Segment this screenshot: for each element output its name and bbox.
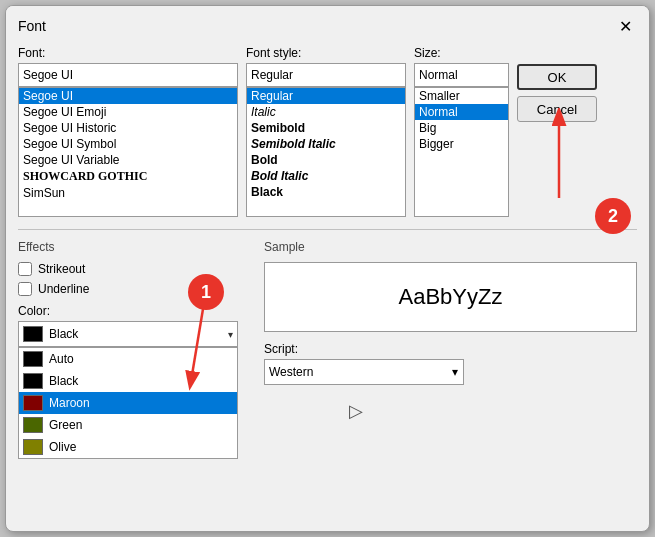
style-list[interactable]: Regular Italic Semibold Semibold Italic … bbox=[246, 87, 406, 217]
list-item[interactable]: Segoe UI bbox=[19, 88, 237, 104]
list-item[interactable]: Semibold bbox=[247, 120, 405, 136]
color-item-green[interactable]: Green bbox=[19, 414, 237, 436]
list-item[interactable]: Semibold Italic bbox=[247, 136, 405, 152]
color-item-black[interactable]: Black bbox=[19, 370, 237, 392]
style-label: Font style: bbox=[246, 46, 406, 60]
font-label: Font: bbox=[18, 46, 238, 60]
list-item[interactable]: Segoe UI Emoji bbox=[19, 104, 237, 120]
close-button[interactable]: ✕ bbox=[613, 14, 637, 38]
list-item[interactable]: Bold Italic bbox=[247, 168, 405, 184]
list-item[interactable]: Italic bbox=[247, 104, 405, 120]
sample-column: Sample AaBbYyZz Script: Western Central … bbox=[264, 240, 637, 425]
list-item[interactable]: Normal bbox=[415, 104, 508, 120]
list-item[interactable]: Segoe UI Variable bbox=[19, 152, 237, 168]
color-item-label: Auto bbox=[49, 352, 74, 366]
color-item-auto[interactable]: Auto bbox=[19, 348, 237, 370]
list-item[interactable]: SHOWCARD GOTHIC bbox=[19, 168, 237, 185]
callout-2: 2 bbox=[595, 198, 631, 234]
list-item[interactable]: Black bbox=[247, 184, 405, 200]
color-swatch-olive bbox=[23, 439, 43, 455]
title-bar: Font ✕ bbox=[6, 6, 649, 42]
cursor-icon: ▷ bbox=[349, 400, 363, 422]
list-item[interactable]: Smaller bbox=[415, 88, 508, 104]
strikeout-checkbox[interactable] bbox=[18, 262, 32, 276]
script-label: Script: bbox=[264, 342, 637, 356]
effects-column: Effects Strikeout Underline Color: Black… bbox=[18, 240, 248, 425]
color-item-label: Black bbox=[49, 374, 78, 388]
callout-1: 1 bbox=[188, 274, 224, 310]
color-dropdown[interactable]: Black ▾ Auto Black bbox=[18, 321, 238, 347]
dialog-title: Font bbox=[18, 18, 46, 34]
cancel-button[interactable]: Cancel bbox=[517, 96, 597, 122]
underline-checkbox[interactable] bbox=[18, 282, 32, 296]
size-column: Size: Smaller Normal Big Bigger bbox=[414, 46, 509, 217]
color-selected-label: Black bbox=[49, 327, 78, 341]
color-item-label: Maroon bbox=[49, 396, 90, 410]
button-column: OK Cancel bbox=[517, 64, 602, 217]
color-swatch-auto bbox=[23, 351, 43, 367]
size-list[interactable]: Smaller Normal Big Bigger bbox=[414, 87, 509, 217]
color-item-label: Green bbox=[49, 418, 82, 432]
cursor-area: ▷ bbox=[264, 385, 637, 425]
color-item-olive[interactable]: Olive bbox=[19, 436, 237, 458]
underline-label: Underline bbox=[38, 282, 89, 296]
list-item[interactable]: SimSun bbox=[19, 185, 237, 201]
color-item-maroon[interactable]: Maroon bbox=[19, 392, 237, 414]
style-column: Font style: Regular Italic Semibold Semi… bbox=[246, 46, 406, 217]
color-dropdown-list: Auto Black Maroon Green bbox=[18, 347, 238, 459]
font-dialog: Font ✕ Font: Segoe UI Segoe UI Emoji Seg… bbox=[5, 5, 650, 532]
list-item[interactable]: Bigger bbox=[415, 136, 508, 152]
size-label: Size: bbox=[414, 46, 509, 60]
color-select-box[interactable]: Black ▾ bbox=[18, 321, 238, 347]
color-swatch bbox=[23, 326, 43, 342]
list-item[interactable]: Segoe UI Symbol bbox=[19, 136, 237, 152]
color-swatch-black bbox=[23, 373, 43, 389]
size-input[interactable] bbox=[414, 63, 509, 87]
style-input[interactable] bbox=[246, 63, 406, 87]
color-swatch-green bbox=[23, 417, 43, 433]
script-select-wrapper: Western Central European Cyrillic Greek … bbox=[264, 359, 464, 385]
script-select[interactable]: Western Central European Cyrillic Greek … bbox=[264, 359, 464, 385]
list-item[interactable]: Segoe UI Historic bbox=[19, 120, 237, 136]
font-list[interactable]: Segoe UI Segoe UI Emoji Segoe UI Histori… bbox=[18, 87, 238, 217]
font-input[interactable] bbox=[18, 63, 238, 87]
list-item[interactable]: Regular bbox=[247, 88, 405, 104]
list-item[interactable]: Bold bbox=[247, 152, 405, 168]
sample-text: AaBbYyZz bbox=[399, 284, 503, 310]
color-item-label: Olive bbox=[49, 440, 76, 454]
font-column: Font: Segoe UI Segoe UI Emoji Segoe UI H… bbox=[18, 46, 238, 217]
strikeout-label: Strikeout bbox=[38, 262, 85, 276]
dropdown-arrow-icon: ▾ bbox=[228, 329, 233, 340]
strikeout-row: Strikeout bbox=[18, 262, 248, 276]
effects-title: Effects bbox=[18, 240, 248, 254]
sample-title: Sample bbox=[264, 240, 637, 254]
divider bbox=[18, 229, 637, 230]
color-swatch-maroon bbox=[23, 395, 43, 411]
sample-preview: AaBbYyZz bbox=[264, 262, 637, 332]
ok-button[interactable]: OK bbox=[517, 64, 597, 90]
list-item[interactable]: Big bbox=[415, 120, 508, 136]
